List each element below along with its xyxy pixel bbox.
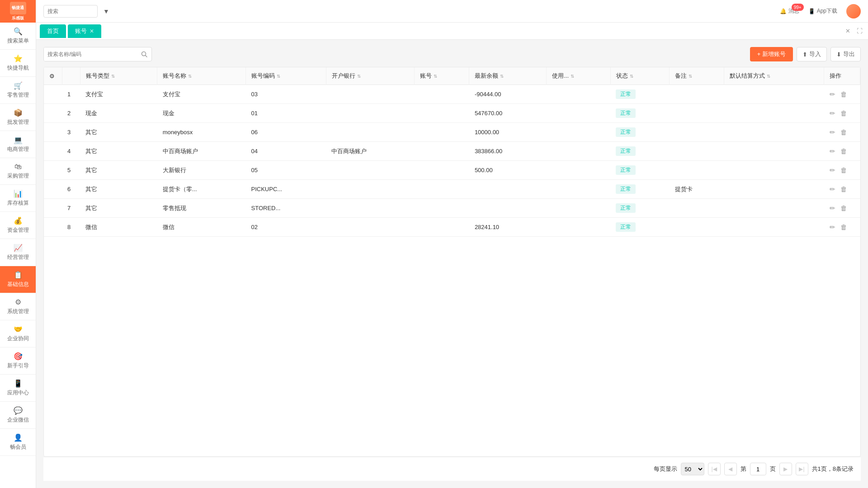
settings-icon: ⚙ [49,73,55,80]
sidebar-item-guide[interactable]: 🎯 新手引导 [0,347,36,375]
sidebar-item-member[interactable]: 👤 畅会员 [0,429,36,456]
row-remark [670,142,724,161]
delete-button[interactable]: 🗑 [840,185,847,193]
delete-button[interactable]: 🗑 [840,147,847,155]
row-default-payment [724,142,824,161]
tab-home[interactable]: 首页 [40,24,66,38]
col-bank[interactable]: 开户银行⇅ [326,67,415,85]
maximize-window-button[interactable]: ⛶ [854,26,864,36]
row-account [415,180,469,199]
row-actions: ✏ 🗑 [824,161,860,180]
row-status: 正常 [610,218,669,237]
row-usage [547,85,611,104]
sidebar-item-cooperation[interactable]: 🤝 企业协同 [0,320,36,347]
sidebar-item-ecommerce[interactable]: 💻 电商管理 [0,131,36,158]
next-page-button[interactable]: ▶ [779,463,792,475]
col-account[interactable]: 账号⇅ [415,67,469,85]
edit-button[interactable]: ✏ [830,204,835,212]
col-remark[interactable]: 备注⇅ [670,67,724,85]
col-status[interactable]: 状态⇅ [610,67,669,85]
per-page-select[interactable]: 50 10 20 100 [681,463,704,475]
col-type[interactable]: 账号类型⇅ [80,67,157,85]
delete-button[interactable]: 🗑 [840,109,847,117]
svg-line-1 [146,56,147,57]
sidebar-item-inventory[interactable]: 📊 库存核算 [0,185,36,212]
edit-button[interactable]: ✏ [830,223,835,231]
import-button[interactable]: ⬆ 导入 [797,47,827,61]
dropdown-icon[interactable]: ▼ [103,8,109,15]
sidebar-item-finance[interactable]: 💰 资金管理 [0,212,36,239]
row-code: PICKUPC... [246,180,326,199]
sidebar-label-finance: 资金管理 [7,226,29,234]
sidebar-label-inventory: 库存核算 [7,199,29,207]
sidebar-item-app-center[interactable]: 📱 应用中心 [0,375,36,402]
accounts-table-container: ⚙ 账号类型⇅ 账号名称⇅ 账号编码⇅ 开户银行⇅ 账号⇅ 最新余额⇅ 使用..… [43,67,861,457]
add-account-button[interactable]: + 新增账号 [750,47,793,61]
sidebar-item-shortcut[interactable]: ⭐ 快捷导航 [0,50,36,77]
sidebar-item-search-menu[interactable]: 🔍 搜索菜单 [0,23,36,50]
sidebar-item-purchase[interactable]: 🛍 采购管理 [0,158,36,185]
row-account [415,104,469,123]
sidebar-item-enterprise-wechat[interactable]: 💬 企业微信 [0,402,36,429]
row-actions: ✏ 🗑 [824,180,860,199]
row-status: 正常 [610,161,669,180]
row-actions: ✏ 🗑 [824,142,860,161]
delete-button[interactable]: 🗑 [840,166,847,174]
app-subtitle: 乐感版 [12,15,24,21]
account-tab-close[interactable]: ✕ [90,28,94,34]
edit-button[interactable]: ✏ [830,128,835,136]
row-balance: -90444.00 [469,85,547,104]
sidebar-item-basic-info[interactable]: 📋 基础信息 [0,266,36,293]
close-window-button[interactable]: ✕ [843,26,853,36]
table-row: 7 其它 零售抵现 STORED... 正常 ✏ 🗑 [44,199,860,218]
sidebar-icon-enterprise-wechat: 💬 [14,406,23,415]
row-bank [326,180,415,199]
col-balance[interactable]: 最新余额⇅ [469,67,547,85]
col-default-payment[interactable]: 默认结算方式⇅ [724,67,824,85]
sidebar-item-system[interactable]: ⚙ 系统管理 [0,293,36,320]
first-page-button[interactable]: |◀ [708,463,721,475]
tab-account[interactable]: 账号 ✕ [68,24,101,38]
accounts-table: ⚙ 账号类型⇅ 账号名称⇅ 账号编码⇅ 开户银行⇅ 账号⇅ 最新余额⇅ 使用..… [44,67,860,237]
page-input[interactable] [750,463,766,475]
edit-button[interactable]: ✏ [830,185,835,193]
delete-button[interactable]: 🗑 [840,128,847,136]
search-input[interactable] [44,47,137,61]
export-button[interactable]: ⬇ 导出 [830,47,861,61]
sidebar-item-retail[interactable]: 🛒 零售管理 [0,77,36,104]
row-default-payment [724,199,824,218]
prev-page-button[interactable]: ◀ [724,463,737,475]
message-button[interactable]: 🔔 消息 99+ [780,7,799,15]
row-code: 01 [246,104,326,123]
delete-button[interactable]: 🗑 [840,90,847,98]
delete-button[interactable]: 🗑 [840,204,847,212]
edit-button[interactable]: ✏ [830,90,835,98]
row-bank [326,161,415,180]
sidebar-item-wholesale[interactable]: 📦 批发管理 [0,104,36,131]
sidebar-icon-guide: 🎯 [14,352,23,361]
sidebar-icon-operations: 📈 [14,244,23,252]
sidebar-icon-shortcut: ⭐ [14,54,23,63]
col-name[interactable]: 账号名称⇅ [157,67,246,85]
edit-button[interactable]: ✏ [830,166,835,174]
edit-button[interactable]: ✏ [830,147,835,155]
import-icon: ⬆ [802,51,807,58]
sidebar-item-operations[interactable]: 📈 经营管理 [0,239,36,266]
search-button[interactable] [137,47,151,61]
row-name: 零售抵现 [157,199,246,218]
col-settings[interactable]: ⚙ [44,67,62,85]
delete-button[interactable]: 🗑 [840,223,847,231]
row-account [415,142,469,161]
user-avatar[interactable] [846,4,861,19]
row-checkbox-cell [44,123,62,142]
col-code[interactable]: 账号编码⇅ [246,67,326,85]
edit-button[interactable]: ✏ [830,109,835,117]
row-name: 提货卡（零... [157,180,246,199]
top-search-input[interactable] [43,5,98,18]
row-balance: 383866.00 [469,142,547,161]
col-usage[interactable]: 使用...⇅ [547,67,611,85]
row-name: moneybosx [157,123,246,142]
app-download-button[interactable]: 📱 App下载 [808,7,837,15]
table-row: 8 微信 微信 02 28241.10 正常 ✏ 🗑 [44,218,860,237]
last-page-button[interactable]: ▶| [796,463,808,475]
